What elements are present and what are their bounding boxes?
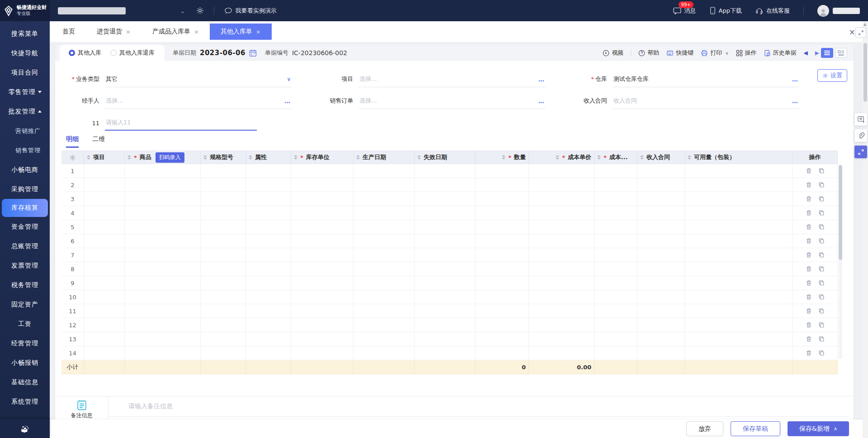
cell-exp_date[interactable] [415,206,476,220]
cell-available[interactable] [685,262,793,276]
cell-qty[interactable] [476,346,529,360]
cell-exp_date[interactable] [415,304,476,318]
cell-exp_date[interactable] [415,276,476,290]
cell-spec[interactable] [201,276,246,290]
cell-attr[interactable] [246,346,291,360]
help-button[interactable]: 帮助 [638,49,659,57]
delete-row-button[interactable] [806,322,812,328]
cell-ops[interactable] [793,248,838,262]
draft-box-button[interactable] [854,113,867,126]
cell-cost2[interactable] [594,318,637,332]
cell-unit_cost[interactable] [529,220,594,234]
cell-exp_date[interactable] [415,220,476,234]
cell-available[interactable] [685,234,793,248]
cell-attr[interactable] [246,234,291,248]
sort-icon[interactable] [597,155,601,160]
cell-available[interactable] [685,276,793,290]
cell-income_contract[interactable] [637,262,685,276]
picker-dots-icon[interactable]: … [284,98,291,104]
cell-ops[interactable] [793,276,838,290]
column-header-unit[interactable]: *库存单位 [291,151,354,164]
sidebar-item-16[interactable]: 经营管理 [0,334,50,353]
cell-product[interactable] [125,234,201,248]
cell-unit_cost[interactable] [529,234,594,248]
cell-spec[interactable] [201,220,246,234]
cell-available[interactable] [685,164,793,178]
cell-ops[interactable] [793,192,838,206]
next-doc-button[interactable]: ▶ [815,50,819,56]
cell-qty[interactable] [476,332,529,346]
cell-unit_cost[interactable] [529,304,594,318]
app-logo[interactable]: 畅捷通好业财 专业版 [0,0,50,21]
cell-income_contract[interactable] [637,276,685,290]
cell-attr[interactable] [246,206,291,220]
save-and-new-button[interactable]: 保存&新增 ∧ [788,421,849,436]
company-chevron-down-icon[interactable]: ⌄ [180,7,185,14]
cell-unit_cost[interactable] [529,290,594,304]
cell-product[interactable] [125,290,201,304]
cell-qty[interactable] [476,220,529,234]
cell-project[interactable] [84,346,125,360]
cell-exp_date[interactable] [415,164,476,178]
cell-project[interactable] [84,262,125,276]
cell-attr[interactable] [246,164,291,178]
operations-button[interactable]: 操作 [736,49,757,57]
copy-row-button[interactable] [818,350,825,356]
cell-income_contract[interactable] [637,164,685,178]
cell-attr[interactable] [246,276,291,290]
delete-row-button[interactable] [806,336,812,342]
delete-row-button[interactable] [806,294,812,300]
sidebar-item-3[interactable]: 零售管理 [0,82,50,102]
sidebar-item-13[interactable]: 税务管理 [0,275,50,295]
copy-row-button[interactable] [818,266,825,272]
cell-qty[interactable] [476,262,529,276]
sidebar-item-6[interactable]: 销售管理 [0,141,50,160]
sidebar-item-12[interactable]: 发票管理 [0,256,50,275]
cell-income_contract[interactable] [637,192,685,206]
cell-available[interactable] [685,290,793,304]
cell-qty[interactable] [476,206,529,220]
cell-ops[interactable] [793,220,838,234]
cell-unit_cost[interactable] [529,206,594,220]
cell-spec[interactable] [201,178,246,192]
live-demo-button[interactable]: 我要看实例演示 [224,7,277,15]
cell-spec[interactable] [201,164,246,178]
radio-other-inbound[interactable]: 其他入库 [69,49,101,57]
sidebar-item-4[interactable]: 批发管理 [0,102,50,121]
delete-row-button[interactable] [806,168,812,174]
settings-button[interactable]: 设置 [817,69,847,82]
cell-qty[interactable] [476,318,529,332]
cell-unit_cost[interactable] [529,262,594,276]
cell-project[interactable] [84,276,125,290]
cell-ops[interactable] [793,206,838,220]
cell-prod_date[interactable] [354,178,415,192]
cell-qty[interactable] [476,164,529,178]
cell-unit_cost[interactable] [529,164,594,178]
cell-cost2[interactable] [594,276,637,290]
cell-spec[interactable] [201,318,246,332]
field-business-type[interactable]: *业务类型 其它∨ [67,66,292,87]
copy-row-button[interactable] [818,168,825,174]
cell-ops[interactable] [793,318,838,332]
cell-unit[interactable] [291,290,354,304]
column-header-unit_cost[interactable]: *成本单价 [529,151,594,164]
delete-row-button[interactable] [806,238,812,244]
sidebar-item-19[interactable]: 系统管理 [0,392,50,411]
cell-exp_date[interactable] [415,192,476,206]
cell-prod_date[interactable] [354,304,415,318]
tab-3[interactable]: 其他入库单× [210,24,272,40]
sort-icon[interactable] [294,155,297,160]
field-sales-order[interactable]: 销售订单 选择...… [321,87,545,109]
cell-available[interactable] [685,248,793,262]
copy-row-button[interactable] [818,280,825,286]
cell-attr[interactable] [246,332,291,346]
save-draft-button[interactable]: 保存草稿 [731,421,780,436]
sort-icon[interactable] [502,155,505,160]
cell-cost2[interactable] [594,164,637,178]
cell-prod_date[interactable] [354,318,415,332]
copy-row-button[interactable] [818,238,825,244]
cell-prod_date[interactable] [354,346,415,360]
sidebar-item-2[interactable]: 项目合同 [0,63,50,82]
delete-row-button[interactable] [806,252,812,258]
calendar-icon[interactable] [249,49,257,57]
